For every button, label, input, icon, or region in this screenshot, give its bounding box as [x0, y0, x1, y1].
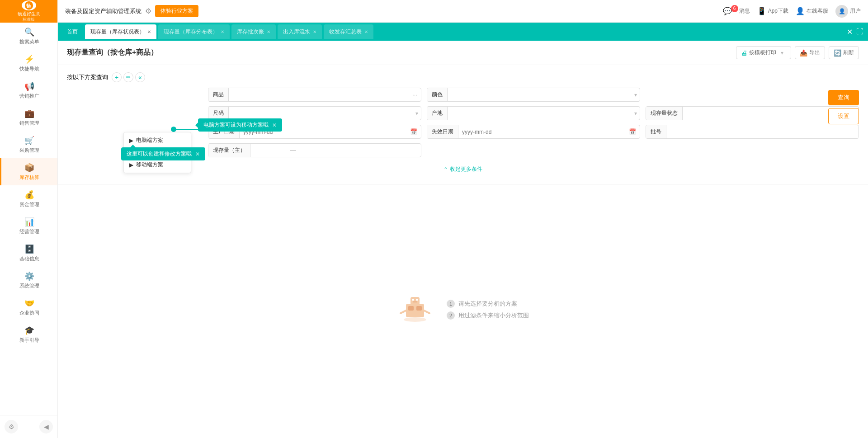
tab-stock-dist-label: 现存量（库存分布表） [164, 28, 218, 36]
stock-status-input[interactable] [683, 108, 850, 119]
goods-input[interactable] [229, 89, 409, 101]
query-button[interactable]: 查询 [828, 90, 859, 105]
operations-icon: 📊 [24, 217, 34, 227]
filter-header: 按以下方案查询 + ✏ « [67, 72, 859, 82]
sidebar-item-enterprise[interactable]: 🤝 企业协同 [0, 294, 57, 321]
page-content: 现存量查询（按仓库+商品） 🖨 按模板打印 ▾ 📤 导出 🔄 刷新 [58, 41, 868, 438]
sidebar-item-finance[interactable]: 💰 资金管理 [0, 185, 57, 212]
tooltip-secondary-close[interactable]: ✕ [195, 151, 200, 157]
sidebar-item-operations[interactable]: 📊 经营管理 [0, 212, 57, 240]
svg-rect-7 [412, 299, 414, 301]
back-scheme-btn[interactable]: « [135, 72, 145, 82]
empty-hint-2: 2 用过滤条件来缩小分析范围 [447, 311, 529, 320]
expire-date-label: 失效日期 [427, 125, 458, 138]
expire-date-calendar-icon[interactable]: 📅 [625, 126, 640, 138]
sidebar-item-label: 销售管理 [19, 120, 39, 127]
print-dropdown-icon[interactable]: ▾ [778, 50, 786, 56]
tab-stock-status[interactable]: 现存量（库存状况表） ✕ [85, 24, 156, 39]
tab-stock-status-label: 现存量（库存状况表） [90, 28, 145, 36]
main-area: 装备及固定资产辅助管理系统 ⚙ 体验行业方案 💬 6 消息 📱 App下载 👤 … [58, 0, 868, 438]
origin-input[interactable] [448, 108, 632, 119]
tab-fullscreen-icon[interactable]: ⛶ [855, 27, 864, 37]
sidebar-item-marketing[interactable]: 📢 营销推广 [0, 77, 57, 104]
goods-dots[interactable]: ··· [409, 89, 421, 101]
tab-close-all-icon[interactable]: ✕ [846, 27, 854, 37]
system-name: 装备及固定资产辅助管理系统 [65, 7, 142, 15]
size-dropdown-icon[interactable]: ▾ [413, 110, 421, 117]
sidebar-item-purchase[interactable]: 🛒 采购管理 [0, 131, 57, 158]
svg-rect-5 [416, 306, 422, 311]
sidebar-item-label: 营销推广 [19, 93, 39, 99]
batch-no-field: 批号 [646, 125, 859, 139]
tooltip-main-close[interactable]: ✕ [272, 122, 277, 128]
reset-button[interactable]: 设置 [828, 108, 859, 124]
sidebar-item-inventory[interactable]: 📦 库存核算 [0, 158, 57, 185]
add-scheme-btn[interactable]: + [112, 72, 122, 82]
sidebar-item-basic[interactable]: 🗄️ 基础信息 [0, 240, 57, 267]
page-title: 现存量查询（按仓库+商品） [67, 48, 158, 57]
origin-dropdown-icon[interactable]: ▾ [632, 110, 640, 117]
stock-main-label: 现存量（主） [208, 144, 250, 157]
color-input[interactable] [448, 89, 632, 101]
sidebar-item-label: 企业协同 [19, 310, 39, 316]
header-left: 装备及固定资产辅助管理系统 ⚙ 体验行业方案 [65, 5, 198, 17]
svg-rect-8 [416, 299, 418, 301]
print-button[interactable]: 🖨 按模板打印 ▾ [736, 46, 791, 59]
collapse-sidebar-btn[interactable]: ◀ [39, 420, 53, 433]
sidebar-item-system[interactable]: ⚙️ 系统管理 [0, 267, 57, 294]
system-icon: ⚙️ [24, 271, 34, 281]
app-download-action[interactable]: 📱 App下载 [757, 7, 788, 15]
edit-scheme-btn[interactable]: ✏ [123, 72, 133, 82]
app-download-label: App下载 [768, 7, 788, 15]
produce-date-calendar-icon[interactable]: 📅 [406, 126, 421, 138]
refresh-button[interactable]: 🔄 刷新 [829, 46, 859, 59]
connector-line [174, 129, 199, 130]
sidebar-nav: 🔍 搜索菜单 ⚡ 快捷导航 📢 营销推广 💼 销售管理 🛒 采购管理 📦 库存核… [0, 23, 57, 415]
message-icon: 💬 [723, 7, 732, 15]
tab-close-icon[interactable]: ✕ [313, 29, 316, 34]
tab-close-icon[interactable]: ✕ [267, 29, 270, 34]
hint-num-2: 2 [447, 311, 455, 320]
search-icon: 🔍 [24, 27, 34, 37]
sidebar: 畅 畅通好生意 标准版 🔍 搜索菜单 ⚡ 快捷导航 📢 营销推广 💼 销售管理 … [0, 0, 58, 438]
stock-main-min-input[interactable] [250, 145, 287, 156]
tab-io-flow[interactable]: 出入库流水 ✕ [278, 24, 322, 39]
enterprise-icon: 🤝 [24, 298, 34, 308]
sidebar-item-label: 新手引导 [19, 337, 39, 344]
tab-recv-send[interactable]: 收发存汇总表 ✕ [324, 24, 373, 39]
tab-stock-dist[interactable]: 现存量（库存分布表） ✕ [158, 24, 230, 39]
size-input[interactable] [229, 108, 413, 119]
expire-date-field: 失效日期 📅 [427, 125, 640, 139]
tab-close-icon[interactable]: ✕ [147, 29, 151, 34]
color-label: 颜色 [427, 88, 448, 101]
color-dropdown-icon[interactable]: ▾ [632, 92, 640, 98]
export-label: 导出 [809, 49, 820, 57]
tab-stock-batch[interactable]: 库存批次账 ✕ [231, 24, 276, 39]
export-button[interactable]: 📤 导出 [795, 46, 825, 59]
sidebar-item-quicknav[interactable]: ⚡ 快捷导航 [0, 50, 57, 77]
user-label: 用户 [850, 7, 861, 15]
header-settings-icon[interactable]: ⚙ [145, 7, 151, 15]
stock-status-field: 现存量状态 ▾ [646, 106, 859, 120]
tab-close-icon[interactable]: ✕ [364, 29, 368, 34]
stock-range-sep: — [287, 144, 300, 156]
sidebar-item-label: 系统管理 [19, 283, 39, 289]
stock-main-max-input[interactable] [300, 145, 336, 156]
expire-date-input[interactable] [458, 126, 625, 138]
tab-home[interactable]: 首页 [61, 24, 83, 39]
message-action[interactable]: 💬 6 消息 [723, 7, 750, 15]
empty-hints: 1 请先选择要分析的方案 2 用过滤条件来缩小分析范围 [447, 300, 529, 323]
stock-main-field: 现存量（主） — [208, 143, 421, 157]
tab-close-icon[interactable]: ✕ [221, 29, 224, 34]
batch-no-input[interactable] [666, 126, 859, 138]
scheme-mobile-arrow: ▶ [129, 162, 133, 168]
sidebar-item-label: 采购管理 [19, 147, 39, 154]
online-service-action[interactable]: 👤 在线客服 [796, 7, 828, 15]
scheme-mobile[interactable]: ▶ 移动端方案 [124, 159, 191, 171]
trial-button[interactable]: 体验行业方案 [155, 5, 198, 17]
user-action[interactable]: 👤 用户 [835, 5, 861, 18]
settings-btn[interactable]: ⚙ [5, 420, 18, 433]
sidebar-item-search[interactable]: 🔍 搜索菜单 [0, 23, 57, 50]
sidebar-item-guide[interactable]: 🎓 新手引导 [0, 321, 57, 348]
sidebar-item-sales[interactable]: 💼 销售管理 [0, 104, 57, 131]
